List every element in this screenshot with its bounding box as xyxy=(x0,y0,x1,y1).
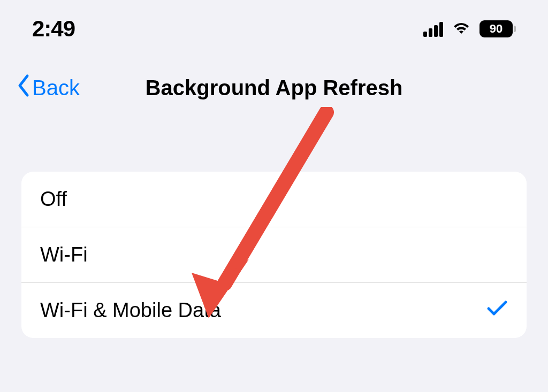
option-wifi-mobile-data[interactable]: Wi-Fi & Mobile Data xyxy=(21,283,527,338)
status-icons: 90 xyxy=(423,20,516,38)
option-label: Off xyxy=(40,188,67,211)
page-title: Background App Refresh xyxy=(146,76,403,100)
battery-level: 90 xyxy=(490,22,503,36)
option-wifi[interactable]: Wi-Fi xyxy=(21,227,527,283)
option-label: Wi-Fi xyxy=(40,243,88,266)
status-bar: 2:49 90 xyxy=(0,0,548,52)
chevron-left-icon xyxy=(16,74,32,102)
status-time: 2:49 xyxy=(32,16,75,42)
option-label: Wi-Fi & Mobile Data xyxy=(40,299,221,322)
option-off[interactable]: Off xyxy=(21,172,527,227)
cellular-signal-icon xyxy=(423,21,443,37)
battery-icon: 90 xyxy=(480,20,516,37)
back-label: Back xyxy=(32,76,80,100)
checkmark-icon xyxy=(486,299,508,322)
back-button[interactable]: Back xyxy=(16,74,80,102)
options-list: Off Wi-Fi Wi-Fi & Mobile Data xyxy=(21,172,527,338)
navigation-bar: Back Background App Refresh xyxy=(0,52,548,118)
wifi-icon xyxy=(451,20,472,38)
